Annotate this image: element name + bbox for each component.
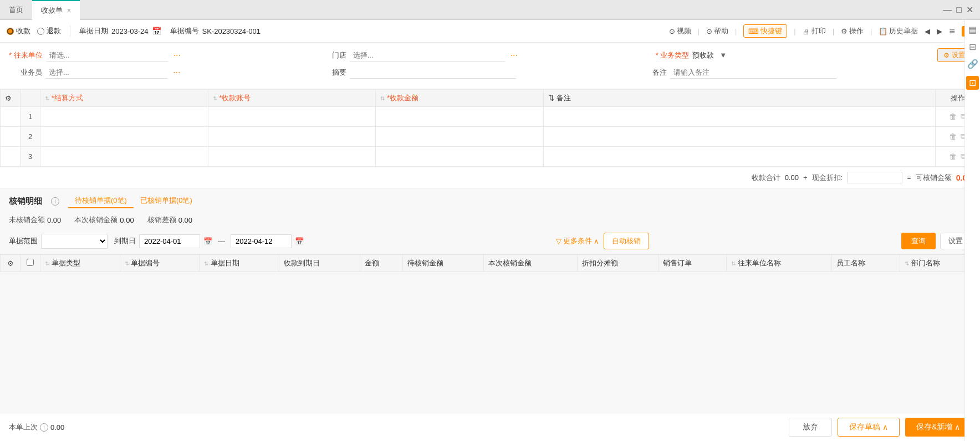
row-num-3: 3 — [21, 147, 40, 167]
calendar-icon[interactable]: 📅 — [152, 27, 161, 35]
filter-date-to[interactable] — [231, 234, 292, 248]
reconcile-info-icon[interactable]: i — [51, 197, 59, 206]
prev-label: 本单上次 — [9, 422, 38, 432]
mode-receive[interactable]: 收款 — [7, 26, 30, 36]
minimize-icon[interactable]: — — [943, 5, 952, 15]
right-panel-list-icon[interactable]: ⊟ — [969, 42, 976, 52]
stat-diff: 核销差额 0.00 — [147, 215, 192, 225]
query-btn[interactable]: 查询 — [901, 233, 936, 249]
right-panel-table-icon[interactable]: ▤ — [968, 24, 977, 35]
from-unit-input[interactable] — [46, 49, 168, 61]
row-settlement-3[interactable] — [40, 147, 208, 167]
tab-close-icon[interactable]: × — [67, 7, 71, 14]
store-input[interactable] — [350, 49, 505, 61]
prev-info-icon[interactable]: i — [40, 423, 48, 432]
help-btn[interactable]: ⊙ 帮助 — [706, 26, 728, 36]
right-panel-expand-icon[interactable]: ⊡ — [966, 76, 979, 90]
reconcile-tab-pending[interactable]: 待核销单据(0笔) — [68, 194, 134, 208]
right-panel-link-icon[interactable]: 🔗 — [967, 59, 978, 69]
rec-header-no: ⇅ 单据编号 — [120, 255, 200, 272]
stat-diff-value: 0.00 — [178, 216, 192, 224]
tab-current[interactable]: 收款单 × — [32, 0, 80, 20]
tab-home[interactable]: 首页 — [0, 0, 32, 20]
rec-header-from-unit: ⇅ 往来单位名称 — [727, 255, 832, 272]
row-account-1[interactable] — [208, 107, 376, 127]
voucher-no-value: SK-20230324-001 — [202, 27, 261, 35]
calendar-icon-from[interactable]: 📅 — [203, 237, 212, 245]
row-amount-2[interactable] — [376, 127, 544, 147]
operations-btn[interactable]: ⚙ 操作 — [841, 26, 864, 36]
reconcile-stats: 未核销金额 0.00 本次核销金额 0.00 核销差额 0.00 — [0, 212, 980, 228]
store-more-btn[interactable]: ··· — [508, 50, 520, 60]
mode-radio-group: 收款 退款 — [7, 26, 61, 36]
from-unit-more-btn[interactable]: ··· — [171, 50, 183, 60]
voucher-date-label: 单据日期 — [79, 26, 108, 36]
staff-input[interactable] — [45, 66, 167, 79]
save-new-btn[interactable]: 保存&新增 ∧ — [905, 418, 971, 437]
mode-refund-input[interactable] — [37, 28, 44, 35]
settings-label: 设置 — [952, 50, 965, 60]
query-settings-actions: 查询 设置 — [901, 233, 971, 249]
save-draft-btn[interactable]: 保存草稿 ∧ — [838, 418, 900, 437]
next-btn[interactable]: ▶ — [937, 27, 942, 35]
remarks-input[interactable] — [670, 66, 836, 79]
abandon-btn[interactable]: 放弃 — [789, 418, 832, 437]
net-label: 可核销金额 — [916, 173, 952, 183]
discount-input[interactable] — [847, 172, 902, 183]
biz-type-field: * 业务类型 预收款 ▼ ⚙ 设置 — [650, 48, 971, 62]
row-settlement-1[interactable] — [40, 107, 208, 127]
tab-window-controls: — □ ✕ — [943, 4, 980, 15]
rec-header-sales-order: 销售订单 — [659, 255, 727, 272]
auto-reconcile-btn[interactable]: 自动核销 — [604, 233, 649, 249]
row-account-2[interactable] — [208, 127, 376, 147]
store-label: 门店 — [330, 50, 346, 60]
row-account-3[interactable] — [208, 147, 376, 167]
history-btn[interactable]: 📋 历史单据 — [879, 26, 918, 36]
mode-refund[interactable]: 退款 — [37, 26, 61, 36]
summary-input[interactable] — [350, 66, 516, 79]
mode-receive-input[interactable] — [7, 28, 14, 35]
reconcile-tab-done[interactable]: 已核销单据(0笔) — [134, 194, 199, 208]
more-conditions-btn[interactable]: ▽ 更多条件 ∧ — [556, 236, 599, 246]
main-table-section: ⚙ ⇅ *结算方式 ⇅ *收款账号 ⇅ *收款金额 ⇅ 备注 — [0, 89, 980, 167]
table-settings-header[interactable]: ⚙ — [1, 90, 21, 107]
filter-date-from[interactable] — [139, 234, 200, 248]
row-settlement-2[interactable] — [40, 127, 208, 147]
rec-header-date: ⇅ 单据日期 — [200, 255, 279, 272]
tab-current-label: 收款单 — [41, 6, 63, 16]
row-remarks-3[interactable] — [544, 147, 936, 167]
filter-voucher-range-select-wrapper — [41, 234, 108, 249]
shortcut-btn[interactable]: ⌨ 快捷键 — [743, 24, 787, 38]
reconcile-title: 核销明细 — [9, 196, 42, 207]
video-btn[interactable]: ⊙ 视频 — [669, 26, 691, 36]
row-remarks-2[interactable] — [544, 127, 936, 147]
row-remarks-1[interactable] — [544, 107, 936, 127]
row-amount-1[interactable] — [376, 107, 544, 127]
rec-header-gear[interactable]: ⚙ — [1, 255, 21, 272]
prev-btn[interactable]: ◀ — [925, 27, 930, 35]
form-row-1: * 往来单位 ··· 门店 ··· * 业务类型 预收款 ▼ ⚙ 设置 — [9, 48, 971, 62]
store-field: 门店 ··· — [330, 49, 651, 61]
calendar-icon-to[interactable]: 📅 — [295, 237, 304, 245]
row-delete-icon-3[interactable]: 🗑 — [949, 152, 957, 161]
row-delete-icon-2[interactable]: 🗑 — [949, 132, 957, 141]
reconcile-header: 核销明细 i 待核销单据(0笔) 已核销单据(0笔) — [0, 188, 980, 212]
row-delete-icon-1[interactable]: 🗑 — [949, 112, 957, 121]
filter-voucher-range-select[interactable] — [41, 234, 108, 249]
rec-header-checkbox[interactable] — [21, 255, 40, 272]
rec-select-all[interactable] — [27, 259, 34, 266]
save-draft-label: 保存草稿 — [849, 422, 880, 432]
layout-list-btn[interactable]: ≡ — [949, 25, 955, 37]
reconcile-filters: 单据范围 到期日 📅 — 📅 ▽ 更多条件 ∧ — [0, 228, 980, 254]
staff-more-btn[interactable]: ··· — [171, 68, 182, 78]
biz-type-value: 预收款 — [692, 50, 714, 60]
close-icon[interactable]: ✕ — [966, 4, 973, 15]
date-range-separator: — — [218, 237, 225, 245]
summary-label: 摘要 — [330, 68, 346, 78]
row-amount-3[interactable] — [376, 147, 544, 167]
stat-pending: 未核销金额 0.00 — [9, 215, 61, 225]
maximize-icon[interactable]: □ — [956, 5, 962, 15]
biz-type-dropdown-icon[interactable]: ▼ — [719, 51, 727, 59]
form-row-2: 业务员 ··· 摘要 备注 — [9, 66, 971, 79]
print-btn[interactable]: 🖨 打印 — [803, 26, 826, 36]
